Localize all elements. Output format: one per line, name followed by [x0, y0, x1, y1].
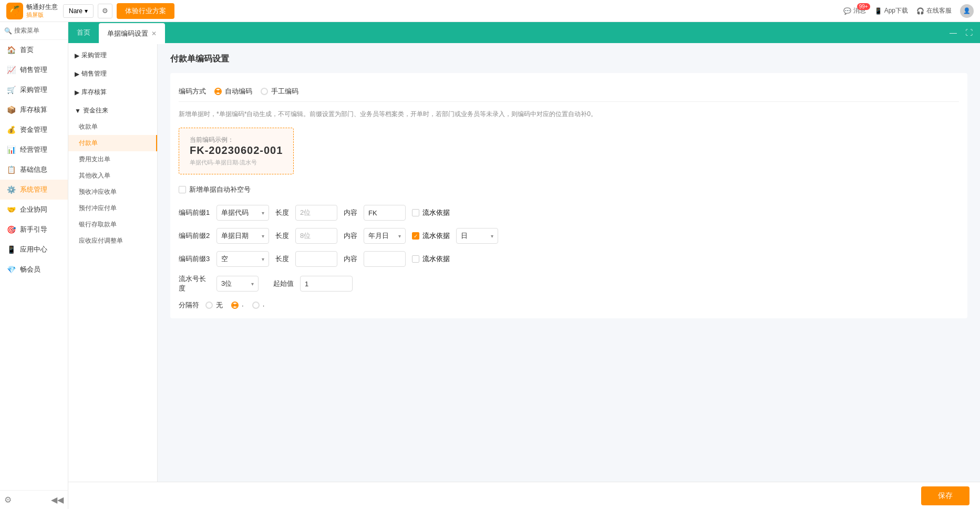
sub-menu-advance-pay[interactable]: 预付冲应付单 — [68, 200, 157, 216]
prefix3-select[interactable]: 空 ▾ — [216, 251, 269, 267]
finance-icon: 💰 — [6, 125, 16, 134]
sub-menu-adjust[interactable]: 应收应付调整单 — [68, 233, 157, 249]
settings-icon[interactable]: ⚙ — [98, 4, 112, 18]
top-bar: 🍊 畅通好生意 插屏版 Nare ▾ ⚙ 体验行业方案 💬 消息 99+ 📱 A… — [0, 0, 980, 22]
prefix2-select[interactable]: 单据日期 ▾ — [216, 228, 269, 244]
save-button[interactable]: 保存 — [921, 486, 969, 505]
auto-radio[interactable]: 自动编码 — [214, 87, 252, 96]
tab-bar: 首页 单据编码设置 ✕ — ⛶ — [68, 22, 980, 43]
app-download-item[interactable]: 📱 App下载 — [874, 6, 908, 15]
info-text: 新增单据时，*单据编码*自动生成，不可编辑。前缀设置为部门、业务员等档案类，开单… — [179, 109, 959, 119]
search-menu[interactable]: 🔍 搜索菜单 — [0, 22, 68, 40]
flow2-checkbox[interactable]: ✓ — [412, 232, 419, 240]
sub-menu-bank[interactable]: 银行存取款单 — [68, 216, 157, 233]
sub-menu-income[interactable]: 其他收入单 — [68, 168, 157, 184]
top-bar-left: 🍊 畅通好生意 插屏版 Nare ▾ ⚙ 体验行业方案 — [6, 3, 174, 19]
sidebar-item-purchase[interactable]: 🛒 采购管理 — [0, 80, 68, 100]
phone-icon: 📱 — [874, 7, 882, 15]
sep-other[interactable]: · — [252, 302, 265, 309]
serial-length-select[interactable]: 3位 ▾ — [216, 276, 259, 292]
footer-settings-icon[interactable]: ⚙ — [4, 495, 12, 505]
chevron-down-icon: ▾ — [85, 7, 88, 15]
code-preview-box: 当前编码示例： FK-20230602-001 单据代码-单据日期-流水号 — [179, 128, 294, 174]
bottom-bar: 保存 — [68, 482, 980, 509]
search-icon: 🔍 — [4, 27, 12, 35]
auto-fill-checkbox[interactable] — [179, 186, 186, 193]
top-bar-right: 💬 消息 99+ 📱 App下载 🎧 在线客服 👤 — [843, 4, 974, 18]
content3-input — [364, 251, 406, 267]
serial-dropdown-icon: ▾ — [251, 281, 254, 287]
solution-button[interactable]: 体验行业方案 — [117, 3, 174, 19]
flow1-check: 流水依据 — [412, 208, 450, 217]
prefix1-dropdown-icon: ▾ — [262, 210, 264, 216]
top-bar-controls: Nare ▾ ⚙ 体验行业方案 — [63, 3, 174, 19]
sub-menu-purchase-header[interactable]: ▶ 采购管理 — [68, 47, 157, 64]
maximize-icon[interactable]: ⛶ — [962, 26, 976, 39]
arrow-right-icon: ▶ — [75, 52, 79, 59]
flow1-checkbox[interactable] — [412, 209, 419, 216]
tab-home[interactable]: 首页 — [68, 22, 99, 43]
content2-dropdown-icon: ▾ — [398, 233, 401, 239]
tab-settings[interactable]: 单据编码设置 ✕ — [99, 23, 165, 44]
auto-radio-circle — [214, 88, 222, 95]
content1-input: FK — [364, 205, 406, 221]
sub-menu-capital-header[interactable]: ▼ 资金往来 — [68, 102, 157, 119]
content2-select[interactable]: 年月日 ▾ — [364, 228, 406, 244]
sidebar-item-apps[interactable]: 📱 应用中心 — [0, 240, 68, 259]
sep-dot[interactable]: · — [231, 302, 244, 309]
flow3-checkbox[interactable] — [412, 255, 419, 263]
content-inner: ▶ 采购管理 ▶ 销售管理 ▶ 库存核算 — [68, 43, 980, 482]
serial-row: 流水号长度 3位 ▾ 起始值 1 — [179, 274, 959, 293]
sub-menu-advance-collect[interactable]: 预收冲应收单 — [68, 184, 157, 200]
sub-menu-receipt[interactable]: 收款单 — [68, 119, 157, 135]
coding-method-row: 编码方式 自动编码 手工编码 — [179, 81, 959, 102]
sub-menu-stock-header[interactable]: ▶ 库存核算 — [68, 84, 157, 100]
sub-menu-payment[interactable]: 付款单 — [68, 135, 157, 151]
arrow-right-icon2: ▶ — [75, 70, 79, 78]
sidebar-item-home[interactable]: 🏠 首页 — [0, 40, 68, 60]
flow2-check: ✓ 流水依据 — [412, 231, 450, 241]
sub-group-capital: ▼ 资金往来 收款单 付款单 费用支出单 其他收入单 预收冲应收单 预付冲应付单… — [68, 102, 157, 249]
sidebar-item-finance[interactable]: 💰 资金管理 — [0, 120, 68, 140]
sidebar-item-inventory[interactable]: 📦 库存核算 — [0, 100, 68, 120]
sub-menu-sales-header[interactable]: ▶ 销售管理 — [68, 66, 157, 82]
message-item[interactable]: 💬 消息 99+ — [843, 6, 866, 15]
basic-icon: 📋 — [6, 165, 16, 174]
sales-icon: 📈 — [6, 65, 16, 75]
sub-group-stock: ▶ 库存核算 — [68, 84, 157, 100]
collapse-icon[interactable]: ◀◀ — [51, 495, 64, 505]
separator-row: 分隔符 无 · — [179, 300, 959, 310]
sidebar-item-guide[interactable]: 🎯 新手引导 — [0, 220, 68, 240]
sidebar-item-operations[interactable]: 📊 经营管理 — [0, 140, 68, 160]
manual-radio[interactable]: 手工编码 — [261, 87, 298, 96]
flow2-unit-dropdown-icon: ▾ — [491, 233, 493, 239]
sidebar-item-enterprise[interactable]: 🤝 企业协同 — [0, 200, 68, 220]
prefix3-dropdown-icon: ▾ — [262, 256, 264, 262]
start-input[interactable]: 1 — [300, 276, 353, 292]
sidebar: 🔍 搜索菜单 🏠 首页 📈 销售管理 🛒 采购管理 📦 库存核算 💰 资金管理 … — [0, 22, 68, 509]
content-area: 首页 单据编码设置 ✕ — ⛶ ▶ 采购管理 — [68, 22, 980, 509]
sidebar-item-vip[interactable]: 💎 畅会员 — [0, 259, 68, 279]
sidebar-item-sales[interactable]: 📈 销售管理 — [0, 60, 68, 80]
operations-icon: 📊 — [6, 145, 16, 154]
sidebar-item-basic[interactable]: 📋 基础信息 — [0, 160, 68, 180]
tab-close-icon[interactable]: ✕ — [151, 30, 157, 37]
page-title: 付款单编码设置 — [170, 54, 967, 65]
sidebar-footer: ⚙ ◀◀ — [0, 490, 68, 509]
prefix3-row: 编码前缀3 空 ▾ 长度 内容 — [179, 251, 959, 267]
avatar[interactable]: 👤 — [960, 4, 974, 18]
sep-none[interactable]: 无 — [205, 300, 223, 310]
prefix2-row: 编码前缀2 单据日期 ▾ 长度 8位 内容 年月日 — [179, 228, 959, 244]
company-dropdown[interactable]: Nare ▾ — [63, 4, 94, 18]
prefix1-select[interactable]: 单据代码 ▾ — [216, 205, 269, 221]
tab-bar-actions: — ⛶ — [946, 26, 980, 39]
apps-icon: 📱 — [6, 245, 16, 254]
logo: 🍊 畅通好生意 插屏版 — [6, 3, 58, 19]
sidebar-item-system[interactable]: ⚙️ 系统管理 — [0, 180, 68, 200]
purchase-icon: 🛒 — [6, 85, 16, 95]
sep-other-circle — [252, 302, 260, 309]
service-item[interactable]: 🎧 在线客服 — [916, 6, 952, 15]
minimize-icon[interactable]: — — [946, 26, 960, 39]
flow2-unit-select[interactable]: 日 ▾ — [456, 228, 498, 244]
sub-menu-expense[interactable]: 费用支出单 — [68, 151, 157, 168]
